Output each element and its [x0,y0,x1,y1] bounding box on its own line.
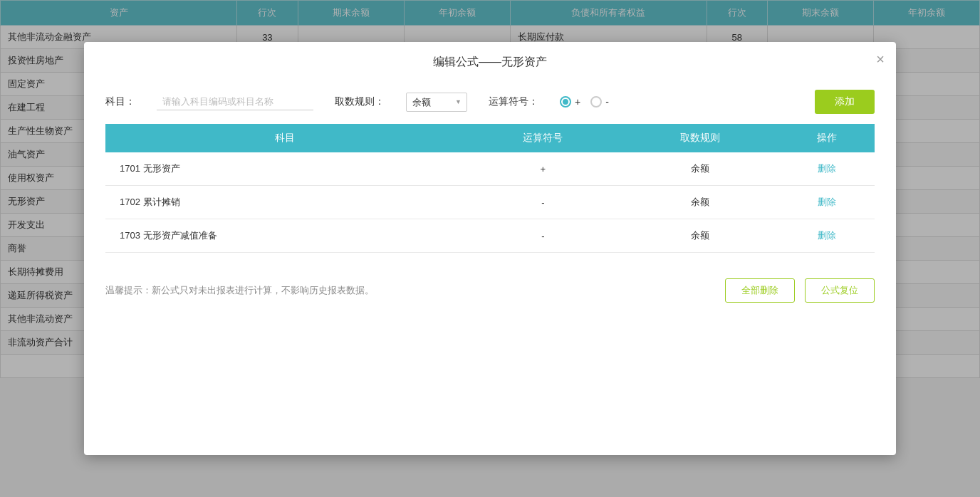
delete-all-button[interactable]: 全部删除 [725,278,795,303]
table-row: 1702 累计摊销-余额删除 [105,186,875,219]
table-cell-operator: - [464,219,622,253]
table-cell-action: 删除 [778,152,875,186]
radio-minus-icon [590,96,602,108]
modal-dialog: 编辑公式——无形资产 × 科目： 取数规则： 余额 借方 贷方 借方累计 贷方累… [84,42,896,455]
form-row: 科目： 取数规则： 余额 借方 贷方 借方累计 贷方累计 运算符号： + [84,80,896,124]
col-operator: 运算符号 [464,124,622,152]
footer-buttons: 全部删除 公式复位 [725,278,875,303]
modal-overlay: 编辑公式——无形资产 × 科目： 取数规则： 余额 借方 贷方 借方累计 贷方累… [0,0,980,497]
operator-plus-radio[interactable]: + [560,96,580,108]
table-cell-rule: 余额 [622,152,779,186]
reset-formula-button[interactable]: 公式复位 [805,278,875,303]
delete-row-button[interactable]: 删除 [818,162,836,175]
delete-row-button[interactable]: 删除 [818,229,836,242]
operator-label: 运算符号： [489,95,538,108]
data-table-wrap: 科目 运算符号 取数规则 操作 1701 无形资产+余额删除1702 累计摊销-… [84,124,896,253]
subject-input[interactable] [157,93,313,110]
modal-header: 编辑公式——无形资产 × [84,42,896,80]
add-button[interactable]: 添加 [815,90,875,114]
operator-radio-group: + - [560,96,609,108]
data-table: 科目 运算符号 取数规则 操作 1701 无形资产+余额删除1702 累计摊销-… [105,124,875,253]
table-cell-action: 删除 [778,186,875,219]
footer-hint: 温馨提示：新公式只对未出报表进行计算，不影响历史报表数据。 [105,284,374,297]
rule-label: 取数规则： [335,95,385,108]
table-cell-rule: 余额 [622,186,779,219]
table-cell-action: 删除 [778,219,875,253]
table-header-row: 科目 运算符号 取数规则 操作 [105,124,875,152]
table-row: 1701 无形资产+余额删除 [105,152,875,186]
table-cell-subject: 1701 无形资产 [105,152,464,186]
table-cell-operator: + [464,152,622,186]
modal-footer: 温馨提示：新公式只对未出报表进行计算，不影响历史报表数据。 全部删除 公式复位 [84,267,896,317]
table-cell-operator: - [464,186,622,219]
rule-select[interactable]: 余额 借方 贷方 借方累计 贷方累计 [406,93,467,112]
delete-row-button[interactable]: 删除 [818,196,836,209]
radio-plus-icon [560,96,571,108]
operator-minus-label: - [605,96,609,108]
operator-plus-label: + [575,96,580,108]
col-action: 操作 [778,124,875,152]
subject-label: 科目： [105,95,135,108]
modal-title: 编辑公式——无形资产 [433,55,547,70]
table-row: 1703 无形资产减值准备-余额删除 [105,219,875,253]
col-rule: 取数规则 [622,124,779,152]
table-cell-subject: 1703 无形资产减值准备 [105,219,464,253]
table-cell-rule: 余额 [622,219,779,253]
rule-select-wrap: 余额 借方 贷方 借方累计 贷方累计 [406,93,467,112]
table-cell-subject: 1702 累计摊销 [105,186,464,219]
col-subject: 科目 [105,124,464,152]
modal-close-button[interactable]: × [876,52,885,66]
operator-minus-radio[interactable]: - [590,96,609,108]
